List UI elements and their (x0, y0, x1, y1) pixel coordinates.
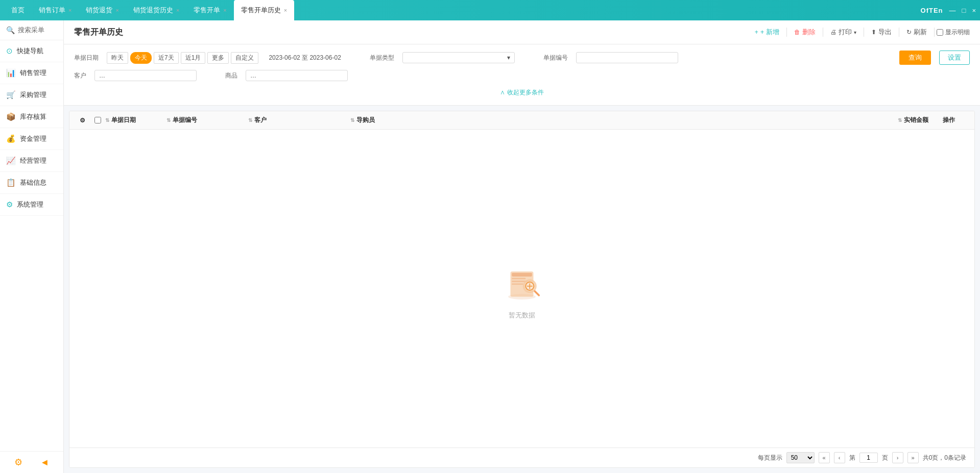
sidebar-item-quicknav[interactable]: ⊙ 快捷导航 (0, 40, 63, 62)
top-bar: 首页 销售订单 × 销货退货 × 销货退货历史 × 零售开单 × 零售开单历史 … (0, 0, 980, 20)
column-header-no: ⇅ 单据编号 (166, 116, 248, 125)
column-header-gear[interactable]: ⚙ (75, 117, 90, 124)
close-tab-sales-order[interactable]: × (68, 7, 71, 13)
sidebar-item-label-sales: 销售管理 (20, 68, 46, 78)
collapse-icon[interactable]: ◄ (40, 457, 50, 468)
next-page-button[interactable]: › (892, 452, 903, 463)
tab-retail-order[interactable]: 零售开单 × (186, 0, 233, 20)
prev-page-button[interactable]: ‹ (834, 452, 845, 463)
delete-button[interactable]: 🗑 删除 (789, 26, 821, 39)
date-btn-7days[interactable]: 近7天 (154, 52, 179, 64)
add-button[interactable]: + + 新增 (750, 26, 784, 39)
select-all-checkbox[interactable] (94, 117, 101, 123)
svg-rect-5 (512, 283, 523, 285)
last-page-button[interactable]: » (907, 452, 919, 463)
maximize-button[interactable]: □ (962, 7, 966, 14)
date-btn-group: 昨天 今天 近7天 近1月 更多 自定义 (107, 52, 258, 64)
close-tab-sales-return[interactable]: × (115, 7, 118, 13)
sidebar-search[interactable]: 🔍 搜索采单 (0, 20, 63, 40)
bill-no-input[interactable] (576, 52, 678, 63)
sidebar-search-label: 搜索采单 (18, 26, 44, 35)
sidebar: 🔍 搜索采单 ⊙ 快捷导航 📊 销售管理 🛒 采购管理 📦 库存核算 💰 (0, 20, 64, 473)
customer-filter-label: 客户 (74, 71, 86, 80)
per-page-select[interactable]: 50 10 20 100 (786, 452, 815, 463)
page-number-input[interactable] (859, 453, 878, 463)
operation-icon: 📈 (6, 156, 16, 165)
add-icon: + (755, 29, 758, 36)
export-button[interactable]: ⬆ 导出 (866, 26, 897, 39)
table-header: ⚙ ⇅ 单据日期 ⇅ 单据编号 ⇅ 客户 ⇅ 导购员 (69, 111, 974, 130)
basicinfo-icon: 📋 (6, 178, 16, 187)
sidebar-item-inventory[interactable]: 📦 库存核算 (0, 106, 63, 128)
sidebar-bottom: ⚙ ◄ (0, 451, 63, 473)
tab-home[interactable]: 首页 (4, 0, 32, 20)
date-btn-custom[interactable]: 自定义 (231, 52, 258, 64)
tab-sales-order[interactable]: 销售订单 × (32, 0, 79, 20)
bill-type-select[interactable]: ▾ (402, 52, 515, 63)
date-btn-yesterday[interactable]: 昨天 (107, 52, 128, 64)
pagination: 每页显示 50 10 20 100 « ‹ 第 页 › » 共0页，0条记录 (69, 447, 974, 467)
column-header-guide: ⇅ 导购员 (350, 116, 412, 125)
filter-row-2: 客户 … 商品 … (74, 70, 970, 81)
first-page-button[interactable]: « (819, 452, 830, 463)
column-header-amount: ⇅ 实销金额 (877, 116, 928, 125)
collapse-filter-btn[interactable]: ∧ 收起更多条件 (74, 86, 970, 99)
date-btn-more[interactable]: 更多 (207, 52, 229, 64)
content-area: 零售开单历史 + + 新增 🗑 删除 🖨 打印 ▾ (64, 20, 980, 473)
close-tab-sales-return-history[interactable]: × (176, 7, 179, 13)
minimize-button[interactable]: — (949, 7, 956, 14)
page-label: 第 (849, 454, 855, 462)
window-close-button[interactable]: × (972, 7, 976, 14)
date-btn-1month[interactable]: 近1月 (181, 52, 206, 64)
export-icon: ⬆ (871, 29, 876, 36)
settings-icon[interactable]: ⚙ (14, 457, 22, 468)
date-range-display: 2023-06-02 至 2023-06-02 (269, 54, 341, 62)
sort-icon-guide[interactable]: ⇅ (350, 117, 354, 123)
sidebar-item-label-system: 系统管理 (17, 200, 43, 209)
close-tab-retail-order[interactable]: × (223, 7, 226, 13)
separator-3 (864, 28, 864, 37)
date-btn-today[interactable]: 今天 (130, 52, 152, 64)
sidebar-item-finance[interactable]: 💰 资金管理 (0, 128, 63, 150)
main-layout: 🔍 搜索采单 ⊙ 快捷导航 📊 销售管理 🛒 采购管理 📦 库存核算 💰 (0, 20, 980, 473)
sidebar-nav: ⊙ 快捷导航 📊 销售管理 🛒 采购管理 📦 库存核算 💰 资金管理 📈 (0, 40, 63, 451)
empty-state: 暂无数据 (69, 130, 974, 447)
customer-select[interactable]: … (94, 70, 197, 81)
refresh-button[interactable]: ↻ 刷新 (901, 26, 932, 39)
query-button[interactable]: 查询 (899, 51, 931, 65)
system-icon: ⚙ (6, 200, 13, 209)
separator-1 (786, 28, 787, 37)
sort-icon-date[interactable]: ⇅ (105, 117, 109, 123)
setting-button[interactable]: 设置 (939, 51, 970, 65)
table-area: ⚙ ⇅ 单据日期 ⇅ 单据编号 ⇅ 客户 ⇅ 导购员 (69, 111, 975, 468)
sidebar-item-system[interactable]: ⚙ 系统管理 (0, 194, 63, 216)
sort-icon-amount[interactable]: ⇅ (898, 117, 902, 123)
sidebar-item-sales[interactable]: 📊 销售管理 (0, 62, 63, 84)
purchase-icon: 🛒 (6, 90, 16, 99)
inventory-icon: 📦 (6, 112, 16, 121)
show-detail-input[interactable] (937, 29, 943, 36)
close-tab-retail-history[interactable]: × (284, 7, 287, 13)
print-button[interactable]: 🖨 打印 ▾ (825, 26, 862, 39)
window-controls: OfTEn — □ × (921, 7, 976, 14)
tab-retail-history[interactable]: 零售开单历史 × (234, 0, 294, 20)
sort-icon-no[interactable]: ⇅ (166, 117, 171, 123)
sales-icon: 📊 (6, 68, 16, 78)
sidebar-item-label-quicknav: 快捷导航 (17, 46, 43, 56)
sidebar-item-basic-info[interactable]: 📋 基础信息 (0, 172, 63, 194)
empty-text: 暂无数据 (509, 311, 535, 320)
search-icon: 🔍 (6, 26, 15, 34)
show-detail-checkbox[interactable]: 显示明细 (937, 28, 970, 37)
sidebar-item-operation[interactable]: 📈 经营管理 (0, 150, 63, 172)
filter-area: 单据日期 昨天 今天 近7天 近1月 更多 自定义 2023-06-02 至 2… (64, 44, 980, 106)
print-dropdown-icon: ▾ (854, 30, 856, 35)
tab-sales-return[interactable]: 销货退货 × (79, 0, 126, 20)
sort-icon-customer[interactable]: ⇅ (248, 117, 252, 123)
sidebar-item-purchase[interactable]: 🛒 采购管理 (0, 84, 63, 106)
total-records: 共0页，0条记录 (923, 454, 966, 462)
goods-select[interactable]: … (246, 70, 348, 81)
column-header-checkbox[interactable] (90, 117, 105, 123)
tab-sales-return-history[interactable]: 销货退货历史 × (126, 0, 186, 20)
refresh-icon: ↻ (906, 29, 912, 36)
empty-illustration (499, 258, 545, 304)
